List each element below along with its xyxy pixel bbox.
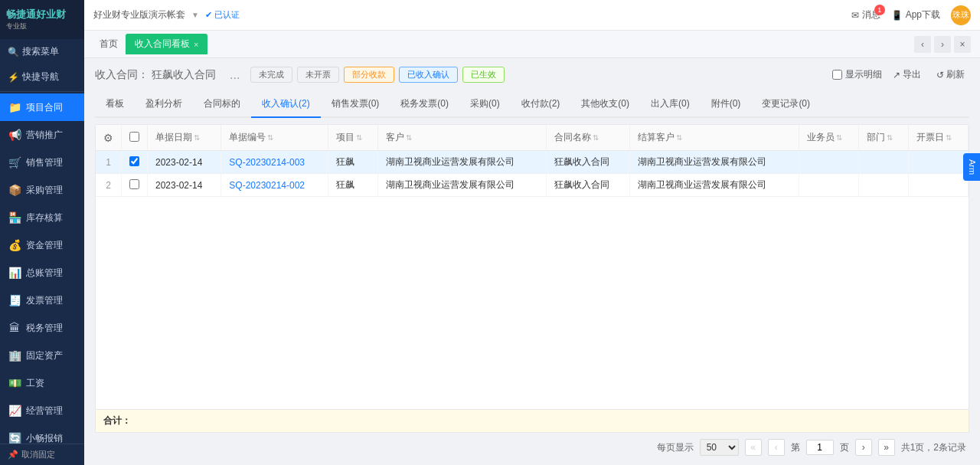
page-number-input[interactable]: [806, 440, 834, 455]
sidebar-item-assets[interactable]: 🏢 固定资产: [0, 342, 84, 369]
contract-header: 收入合同：狂飙收入合同 ... 未完成 未开票 部分收款 已收入确认 已生效 显…: [95, 66, 969, 84]
sub-tab-attachment[interactable]: 附件(0): [701, 91, 752, 118]
show-detail-checkbox[interactable]: 显示明细: [832, 68, 882, 81]
sub-tab-profit[interactable]: 盈利分析: [135, 91, 193, 118]
sort-contract-icon: ⇅: [593, 133, 599, 142]
tab-next-btn[interactable]: ›: [934, 36, 951, 53]
sub-tab-changes[interactable]: 变更记录(0): [751, 91, 821, 118]
sidebar-item-label: 发票管理: [26, 294, 63, 307]
data-table: ⚙ 单据日期⇅ 单据编号⇅ 项目⇅ 客户⇅ 合同名称⇅ 结算客户⇅ 业务员⇅ 部…: [96, 125, 969, 197]
order-link[interactable]: SQ-20230214-003: [229, 157, 305, 168]
table-row[interactable]: 2 2023-02-14 SQ-20230214-002 狂飙 湖南卫视商业运营…: [96, 174, 969, 197]
th-contract[interactable]: 合同名称⇅: [547, 125, 630, 151]
sidebar-item-expense[interactable]: 🔄 小畅报销: [0, 424, 84, 444]
row-checkbox[interactable]: [129, 179, 139, 189]
th-settle-customer[interactable]: 结算客户⇅: [630, 125, 799, 151]
row-order-no[interactable]: SQ-20230214-002: [221, 174, 328, 197]
row-settle-customer: 湖南卫视商业运营发展有限公司: [630, 151, 799, 174]
sort-orderno-icon: ⇅: [267, 133, 273, 142]
sidebar-search[interactable]: 🔍 搜索菜单: [0, 39, 84, 64]
sidebar-item-marketing[interactable]: 📢 营销推广: [0, 121, 84, 149]
row-salesperson: [799, 151, 859, 174]
tab-close-icon[interactable]: ×: [194, 40, 198, 49]
prev-page-btn[interactable]: ‹: [768, 439, 785, 456]
row-checkbox-cell[interactable]: [122, 151, 148, 174]
sidebar-item-purchase[interactable]: 📦 采购管理: [0, 176, 84, 204]
sidebar-item-label: 税务管理: [26, 322, 63, 335]
sidebar-item-ledger[interactable]: 📊 总账管理: [0, 259, 84, 287]
sort-sales-icon: ⇅: [836, 133, 842, 142]
sidebar-item-invoice[interactable]: 🧾 发票管理: [0, 287, 84, 314]
status-tag-confirmed[interactable]: 已收入确认: [399, 67, 458, 83]
status-tag-incomplete[interactable]: 未完成: [250, 67, 292, 83]
th-order-no[interactable]: 单据编号⇅: [221, 125, 328, 151]
sub-tab-revenue[interactable]: 收入确认(2): [251, 91, 321, 118]
th-dept[interactable]: 部门⇅: [859, 125, 908, 151]
th-settings[interactable]: ⚙: [96, 125, 122, 151]
row-checkbox[interactable]: [129, 156, 139, 166]
row-order-no[interactable]: SQ-20230214-003: [221, 151, 328, 174]
sidebar-item-operations[interactable]: 📈 经营管理: [0, 397, 84, 424]
order-link[interactable]: SQ-20230214-002: [229, 180, 305, 191]
th-date[interactable]: 单据日期⇅: [148, 125, 221, 151]
sub-tab-sales-invoice[interactable]: 销售发票(0): [321, 91, 390, 118]
sub-tab-payment[interactable]: 收付款(2): [511, 91, 571, 118]
refresh-button[interactable]: ↺ 刷新: [932, 66, 969, 84]
sub-tab-warehouse[interactable]: 出入库(0): [640, 91, 701, 118]
tab-active[interactable]: 收入合同看板 ×: [126, 34, 207, 54]
refresh-label: 刷新: [946, 68, 965, 81]
sidebar-item-project[interactable]: 📁 项目合同: [0, 93, 84, 121]
show-detail-input[interactable]: [832, 70, 842, 80]
settings-icon[interactable]: ⚙: [103, 132, 113, 144]
th-salesperson[interactable]: 业务员⇅: [799, 125, 859, 151]
salary-icon: 💵: [8, 376, 21, 390]
sidebar-item-finance[interactable]: 💰 资金管理: [0, 231, 84, 259]
th-project[interactable]: 项目⇅: [328, 125, 377, 151]
sidebar-bottom-label: 取消固定: [21, 449, 55, 460]
sidebar-item-tax[interactable]: 🏛 税务管理: [0, 314, 84, 342]
table-row[interactable]: 1 2023-02-14 SQ-20230214-003 狂飙 湖南卫视商业运营…: [96, 151, 969, 174]
export-button[interactable]: ↗ 导出: [888, 66, 926, 84]
topbar: 好业财专业版演示帐套 ▼ ✔ 已认证 ✉ 消息 1 📱 App下载 珠珠: [84, 0, 980, 31]
tab-prev-btn[interactable]: ‹: [914, 36, 931, 53]
app-download-action[interactable]: 📱 App下载: [891, 8, 940, 21]
tab-close-all-btn[interactable]: ×: [954, 36, 971, 53]
sub-tab-tax-invoice[interactable]: 税务发票(0): [390, 91, 459, 118]
select-all-checkbox[interactable]: [129, 132, 139, 142]
sidebar-scroll: 📁 项目合同 📢 营销推广 🛒 销售管理 📦 采购管理 🏪 库存核算 💰 资金管…: [0, 93, 84, 444]
first-page-btn[interactable]: «: [745, 439, 762, 456]
contract-prefix: 收入合同：: [95, 68, 149, 80]
tab-home[interactable]: 首页: [93, 34, 124, 54]
sub-tab-board[interactable]: 看板: [95, 91, 135, 118]
user-avatar-action[interactable]: 珠珠: [951, 5, 971, 25]
th-invoice-date[interactable]: 开票日⇅: [908, 125, 968, 151]
sidebar-item-label: 固定资产: [26, 349, 63, 362]
status-tag-uninvoiced[interactable]: 未开票: [297, 67, 339, 83]
company-dropdown-icon[interactable]: ▼: [191, 11, 199, 19]
row-settle-customer: 湖南卫视商业运营发展有限公司: [630, 174, 799, 197]
sub-tab-subject[interactable]: 合同标的: [193, 91, 251, 118]
sidebar-item-inventory[interactable]: 🏪 库存核算: [0, 204, 84, 231]
right-float-button[interactable]: Arm: [963, 153, 980, 181]
sidebar-item-salary[interactable]: 💵 工资: [0, 369, 84, 397]
sub-tab-purchase[interactable]: 采购(0): [459, 91, 511, 118]
status-tag-partial[interactable]: 部分收款: [344, 67, 394, 83]
last-page-btn[interactable]: »: [878, 439, 895, 456]
page-info: 共1页，2条记录: [901, 441, 966, 454]
th-customer[interactable]: 客户⇅: [377, 125, 547, 151]
sidebar-quick-nav[interactable]: ⚡ 快捷导航: [0, 64, 84, 90]
table-container: ⚙ 单据日期⇅ 单据编号⇅ 项目⇅ 客户⇅ 合同名称⇅ 结算客户⇅ 业务员⇅ 部…: [95, 124, 969, 410]
per-page-select[interactable]: 50 100 200: [700, 439, 739, 456]
row-checkbox-cell[interactable]: [122, 174, 148, 197]
sub-tab-other[interactable]: 其他收支(0): [570, 91, 640, 118]
next-page-btn[interactable]: ›: [855, 439, 872, 456]
company-name: 好业财专业版演示帐套: [93, 8, 185, 21]
sidebar-bottom[interactable]: 📌 取消固定: [0, 444, 84, 465]
th-checkbox[interactable]: [122, 125, 148, 151]
status-tag-effective[interactable]: 已生效: [462, 67, 505, 83]
app-download-label: App下载: [906, 8, 940, 21]
sidebar-item-sales[interactable]: 🛒 销售管理: [0, 149, 84, 176]
more-button[interactable]: ...: [225, 68, 244, 82]
message-action[interactable]: ✉ 消息 1: [851, 8, 880, 21]
row-project: 狂飙: [328, 151, 377, 174]
